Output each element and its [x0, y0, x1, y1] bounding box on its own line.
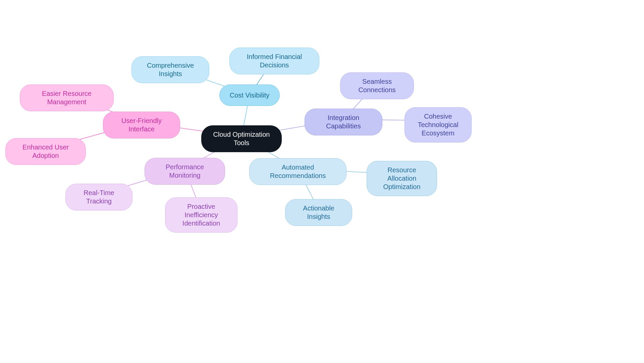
node-integration-capabilities[interactable]: Integration Capabilities — [305, 109, 382, 135]
mindmap-canvas: Cloud Optimization Tools Cost Visibility… — [0, 0, 644, 363]
node-resource-allocation-optimization[interactable]: Resource Allocation Optimization — [367, 161, 437, 196]
node-automated-recommendations[interactable]: Automated Recommendations — [249, 158, 346, 185]
node-enhanced-user-adoption[interactable]: Enhanced User Adoption — [5, 138, 86, 165]
node-performance-monitoring[interactable]: Performance Monitoring — [145, 158, 225, 185]
node-seamless-connections[interactable]: Seamless Connections — [340, 72, 414, 99]
node-proactive-inefficiency[interactable]: Proactive Inefficiency Identification — [165, 197, 237, 233]
node-easier-resource-management[interactable]: Easier Resource Management — [20, 84, 114, 111]
node-actionable-insights[interactable]: Actionable Insights — [285, 199, 352, 226]
node-center[interactable]: Cloud Optimization Tools — [201, 125, 282, 152]
node-cost-visibility[interactable]: Cost Visibility — [219, 84, 280, 106]
node-comprehensive-insights[interactable]: Comprehensive Insights — [131, 56, 209, 83]
node-informed-financial-decisions[interactable]: Informed Financial Decisions — [229, 48, 319, 74]
node-user-friendly-interface[interactable]: User-Friendly Interface — [103, 112, 180, 138]
node-cohesive-tech-ecosystem[interactable]: Cohesive Technological Ecosystem — [405, 107, 472, 142]
node-real-time-tracking[interactable]: Real-Time Tracking — [65, 184, 132, 210]
